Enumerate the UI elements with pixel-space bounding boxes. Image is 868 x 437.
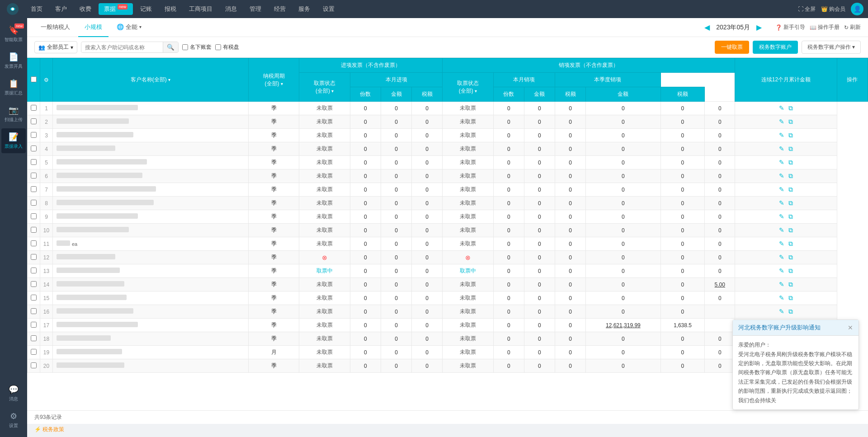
row-select-checkbox[interactable] — [31, 295, 37, 301]
row-select-checkbox[interactable] — [31, 281, 37, 287]
edit-btn[interactable]: ✎ — [778, 226, 786, 234]
select-all-checkbox[interactable] — [31, 76, 37, 82]
copy-btn[interactable]: ⧉ — [787, 118, 794, 125]
account-filter-checkbox[interactable]: 名下账套 — [182, 43, 212, 51]
customer-name-cell[interactable] — [53, 102, 249, 115]
out-status-cell[interactable]: 未取票 — [443, 237, 493, 251]
row-select-checkbox[interactable] — [31, 254, 37, 260]
row-select-checkbox[interactable] — [31, 105, 37, 111]
in-status-cell[interactable]: 未取票 — [299, 210, 350, 224]
incoming-status-header[interactable]: 取票状态(全部) ▾ — [299, 73, 350, 102]
customer-name-cell[interactable] — [53, 346, 249, 359]
customer-name-cell[interactable] — [53, 169, 249, 183]
edit-btn[interactable]: ✎ — [778, 267, 786, 274]
in-status-cell[interactable]: 未取票 — [299, 169, 350, 183]
row-select-checkbox[interactable] — [31, 240, 37, 246]
copy-btn[interactable]: ⧉ — [787, 145, 794, 152]
row-checkbox-cell[interactable] — [28, 156, 40, 169]
in-status-cell[interactable]: 未取票 — [299, 102, 350, 115]
employee-filter[interactable]: 👥 全部员工 ▾ — [34, 41, 77, 53]
edit-btn[interactable]: ✎ — [778, 104, 786, 112]
out-status-cell[interactable]: 未取票 — [443, 129, 493, 142]
out-status-cell[interactable]: 未取票 — [443, 197, 493, 210]
sidebar-item-messages[interactable]: 💬 消息 — [1, 381, 26, 406]
one-click-ticket-btn[interactable]: 一键取票 — [715, 41, 749, 54]
customer-name-cell[interactable] — [53, 142, 249, 156]
fullscreen-btn[interactable]: ⛶ 全屏 — [798, 5, 816, 13]
out-status-cell[interactable]: 未取票 — [443, 278, 493, 291]
copy-btn[interactable]: ⧉ — [787, 159, 794, 166]
out-status-cell[interactable]: 未取票 — [443, 332, 493, 346]
digital-account-action-btn[interactable]: 税务数字账户操作 ▾ — [802, 41, 861, 54]
customer-name-cell[interactable] — [53, 251, 249, 264]
edit-btn[interactable]: ✎ — [778, 145, 786, 152]
row-checkbox-cell[interactable] — [28, 102, 40, 115]
out-status-cell[interactable]: 未取票 — [443, 169, 493, 183]
row-checkbox-cell[interactable] — [28, 183, 40, 197]
nav-home[interactable]: 首页 — [25, 3, 48, 15]
row-select-checkbox[interactable] — [31, 146, 37, 151]
row-checkbox-cell[interactable] — [28, 237, 40, 251]
in-status-cell[interactable]: 未取票 — [299, 319, 350, 332]
tax-policy-link[interactable]: ⚡ 税务政策 — [27, 424, 868, 437]
out-status-cell[interactable]: ⊗ — [443, 251, 493, 264]
in-status-cell[interactable]: 未取票 — [299, 183, 350, 197]
customer-name-header[interactable]: 客户名称(全部) ▾ — [53, 58, 249, 102]
copy-btn[interactable]: ⧉ — [787, 186, 794, 193]
customer-name-cell[interactable] — [53, 291, 249, 305]
sidebar-item-scan-upload[interactable]: 📷 扫描上传 — [1, 102, 26, 127]
row-checkbox-cell[interactable] — [28, 169, 40, 183]
customer-name-cell[interactable] — [53, 224, 249, 237]
out-status-cell[interactable]: 未取票 — [443, 305, 493, 319]
out-status-cell[interactable]: 未取票 — [443, 319, 493, 332]
nav-business[interactable]: 工商项目 — [184, 3, 218, 15]
in-status-cell[interactable]: 未取票 — [299, 197, 350, 210]
row-select-checkbox[interactable] — [31, 227, 37, 233]
row-checkbox-cell[interactable] — [28, 278, 40, 291]
search-button[interactable]: 🔍 — [163, 42, 178, 52]
tax-period-header[interactable]: 纳税周期(全部) ▾ — [249, 58, 299, 102]
row-checkbox-cell[interactable] — [28, 264, 40, 278]
row-select-checkbox[interactable] — [31, 213, 37, 219]
in-status-cell[interactable]: ⊗ — [299, 251, 350, 264]
edit-btn[interactable]: ✎ — [778, 281, 786, 288]
out-status-cell[interactable]: 未取票 — [443, 359, 493, 373]
customer-name-cell[interactable] — [53, 115, 249, 129]
edit-btn[interactable]: ✎ — [778, 186, 786, 193]
copy-btn[interactable]: ⧉ — [787, 308, 794, 315]
row-checkbox-cell[interactable] — [28, 197, 40, 210]
out-status-cell[interactable]: 未取票 — [443, 346, 493, 359]
settings-header[interactable]: ⚙ — [40, 58, 53, 102]
edit-btn[interactable]: ✎ — [778, 172, 786, 179]
refresh-btn[interactable]: ↻ 刷新 — [844, 23, 861, 31]
nav-accounting[interactable]: 记账 — [135, 3, 157, 15]
guide-btn[interactable]: ❓ 新手引导 — [775, 23, 805, 31]
row-select-checkbox[interactable] — [31, 173, 37, 179]
copy-btn[interactable]: ⧉ — [787, 132, 794, 139]
out-status-cell[interactable]: 取票中 — [443, 264, 493, 278]
app-logo[interactable] — [5, 1, 21, 17]
row-select-checkbox[interactable] — [31, 159, 37, 165]
row-checkbox-cell[interactable] — [28, 319, 40, 332]
edit-btn[interactable]: ✎ — [778, 199, 786, 207]
out-status-cell[interactable]: 未取票 — [443, 102, 493, 115]
in-status-cell[interactable]: 未取票 — [299, 142, 350, 156]
sidebar-item-invoice-summary[interactable]: 📋 票据汇总 — [1, 75, 26, 100]
row-select-checkbox[interactable] — [31, 200, 37, 206]
row-checkbox-cell[interactable] — [28, 142, 40, 156]
in-status-cell[interactable]: 取票中 — [299, 264, 350, 278]
in-status-cell[interactable]: 未取票 — [299, 237, 350, 251]
edit-btn[interactable]: ✎ — [778, 240, 786, 247]
edit-btn[interactable]: ✎ — [778, 213, 786, 220]
date-prev-btn[interactable]: ◀ — [702, 22, 712, 33]
customer-name-cell[interactable] — [53, 305, 249, 319]
tax-disk-checkbox-input[interactable] — [215, 44, 221, 50]
edit-btn[interactable]: ✎ — [778, 308, 786, 315]
nav-fee[interactable]: 收费 — [74, 3, 97, 15]
customer-name-cell[interactable] — [53, 129, 249, 142]
nav-manage[interactable]: 管理 — [244, 3, 267, 15]
edit-btn[interactable]: ✎ — [778, 294, 786, 301]
tab-general-taxpayer[interactable]: 一般纳税人 — [34, 18, 76, 37]
in-status-cell[interactable]: 未取票 — [299, 156, 350, 169]
in-status-cell[interactable]: 未取票 — [299, 305, 350, 319]
